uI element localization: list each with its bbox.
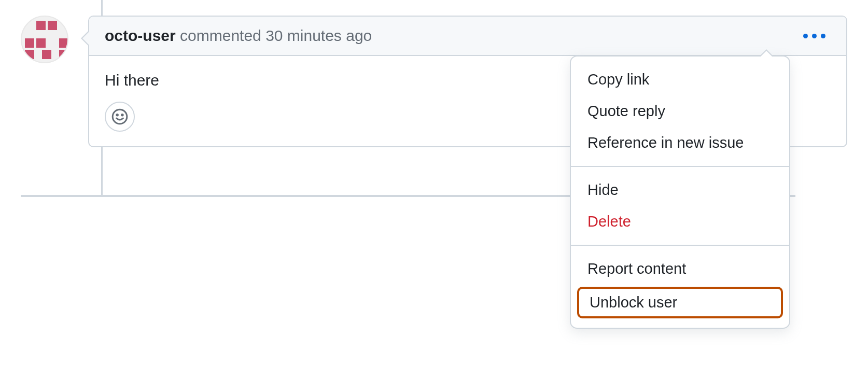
identicon-icon <box>22 17 67 62</box>
comment-actions-menu: Copy link Quote reply Reference in new i… <box>570 55 790 329</box>
svg-point-0 <box>113 109 127 124</box>
menu-item-quote-reply[interactable]: Quote reply <box>571 95 789 127</box>
smiley-icon <box>111 108 129 125</box>
timestamp[interactable]: 30 minutes ago <box>265 27 372 44</box>
svg-point-2 <box>122 115 123 116</box>
comment-header: octo-user commented 30 minutes ago <box>89 17 846 56</box>
add-reaction-button[interactable] <box>105 102 135 132</box>
menu-item-copy-link[interactable]: Copy link <box>571 64 789 95</box>
svg-point-1 <box>117 115 118 116</box>
menu-item-delete[interactable]: Delete <box>571 206 789 237</box>
menu-item-report-content[interactable]: Report content <box>571 253 789 285</box>
menu-item-unblock-user[interactable]: Unblock user <box>579 289 781 316</box>
caret-left-icon <box>81 30 89 47</box>
kebab-horizontal-icon[interactable] <box>798 29 831 44</box>
menu-item-hide[interactable]: Hide <box>571 174 789 206</box>
action-text: commented <box>180 27 261 44</box>
caret-up-icon <box>759 49 774 57</box>
menu-item-reference-issue[interactable]: Reference in new issue <box>571 127 789 159</box>
highlight-unblock-user: Unblock user <box>577 287 783 318</box>
comment-meta: octo-user commented 30 minutes ago <box>105 27 372 45</box>
username-link[interactable]: octo-user <box>105 27 176 44</box>
avatar[interactable] <box>21 16 68 63</box>
